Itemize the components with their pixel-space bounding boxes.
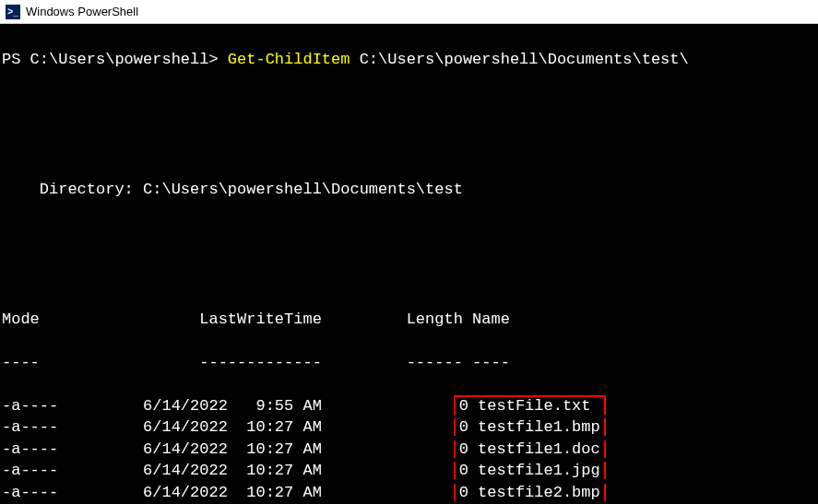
table-header: Mode LastWriteTime Length Name [2,309,816,330]
file-name-cell: 0 testfile1.jpg [454,462,606,479]
table-row: -a---- 6/14/2022 9:55 AM 0 testFile.txt [2,395,816,416]
dash-right: ---- [472,354,510,371]
window-title: Windows PowerShell [26,5,138,18]
blank-line [2,222,816,243]
table-row: -a---- 6/14/2022 10:27 AM 0 testfile1.jp… [2,460,816,481]
table-divider: ---- ------------- ------ ---- [2,352,816,373]
file-listing: -a---- 6/14/2022 9:55 AM 0 testFile.txt … [2,395,816,504]
blank-line [2,265,816,287]
blank-line [2,135,816,157]
file-meta: -a---- 6/14/2022 10:27 AM [2,440,454,458]
file-meta: -a---- 6/14/2022 10:27 AM [2,484,454,501]
terminal-area[interactable]: PS C:\Users\powershell> Get-ChildItem C:… [0,24,818,504]
file-name-cell: 0 testfile2.bmp [454,484,606,501]
file-name-cell: 0 testfile1.bmp [454,418,606,436]
file-meta: -a---- 6/14/2022 10:27 AM [2,418,454,436]
command-line-1: PS C:\Users\powershell> Get-ChildItem C:… [2,49,816,70]
prompt: PS C:\Users\powershell> [2,51,219,68]
table-row: -a---- 6/14/2022 10:27 AM 0 testfile1.bm… [2,416,816,438]
blank-line [2,92,816,113]
table-row: -a---- 6/14/2022 10:27 AM 0 testfile2.bm… [2,482,816,503]
powershell-icon-glyph: >_ [7,6,18,17]
cmdlet-name: Get-ChildItem [228,51,350,68]
file-name-cell: 0 testfile1.doc [454,440,606,458]
cmdlet-arg: C:\Users\powershell\Documents\test\ [350,51,688,68]
file-meta: -a---- 6/14/2022 10:27 AM [2,462,454,479]
powershell-icon: >_ [6,5,20,19]
dash-left: ---- ------------- ------ [2,354,472,371]
window-titlebar[interactable]: >_ Windows PowerShell [0,0,818,24]
file-meta: -a---- 6/14/2022 9:55 AM [2,397,454,415]
directory-line: Directory: C:\Users\powershell\Documents… [2,179,816,200]
file-name-cell: 0 testFile.txt [454,395,606,415]
table-row: -a---- 6/14/2022 10:27 AM 0 testfile1.do… [2,439,816,460]
